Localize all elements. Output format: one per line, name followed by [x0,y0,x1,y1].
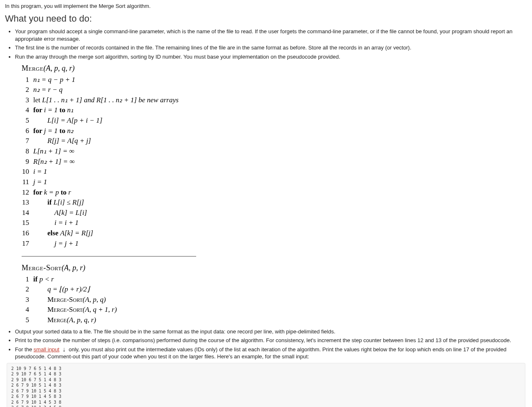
merge-title: Merge(A, p, q, r) [22,63,527,74]
separator [22,256,196,257]
req-item: Your program should accept a single comm… [15,28,527,42]
pseudocode-block: Merge(A, p, q, r) 1n₁ = q − p + 1 2n₂ = … [22,63,527,325]
req-item: The first line is the number of records … [15,44,527,52]
requirements-list-2: Output your sorted data to a file. The f… [5,328,527,360]
req-item: Run the array through the merge sort alg… [15,53,527,61]
intro-text: In this program, you will implement the … [5,2,527,10]
small-input-link[interactable]: small input [34,346,59,353]
req-item: For the small input ⭳ only, you must als… [15,346,527,360]
section-heading: What you need to do: [5,12,527,25]
console-output: 2 10 9 7 6 5 1 4 8 3 2 9 10 7 6 5 1 4 8 … [7,363,525,407]
requirements-list: Your program should accept a single comm… [5,28,527,60]
mergesort-title: Merge-Sort(A, p, r) [22,262,527,273]
download-icon[interactable]: ⭳ [62,347,66,353]
req-item: Print to the console the number of steps… [15,337,527,344]
req-item: Output your sorted data to a file. The f… [15,328,527,335]
